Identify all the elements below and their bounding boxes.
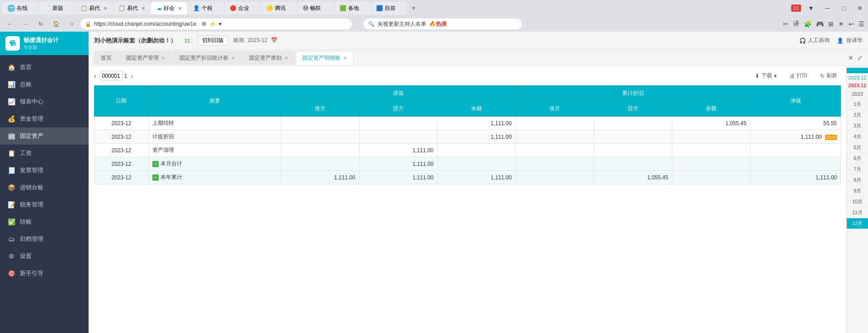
sidebar-item-payroll[interactable]: 📋 工资 [0,145,89,162]
home-icon: 🏠 [7,63,15,71]
closing-icon: ✅ [7,218,15,226]
tab-home[interactable]: 首页 [94,51,118,65]
period-month-jun[interactable]: 6月 [847,153,868,164]
user-avatar: 👤 [837,38,844,44]
period-month-1[interactable]: 2023 [847,89,868,99]
tab-close-depreciation[interactable]: ✕ [231,56,235,61]
prev-page-btn[interactable]: ‹ [94,72,96,80]
switch-version-btn[interactable]: 切到旧版 [198,35,228,46]
company-count: 11 [182,38,193,44]
browser-tab-11[interactable]: 🟦 目前 [371,2,407,14]
th-orig-balance: 余额 [437,101,515,117]
back-btn[interactable]: ← [4,18,16,30]
forward-btn[interactable]: → [19,18,32,30]
browser-tab-6[interactable]: 👤 个税 [188,2,224,14]
period-month-dec[interactable]: 12月 [847,218,868,229]
sidebar-item-tax[interactable]: 📝 税务管理 [0,196,89,213]
grid-icon[interactable]: ⊞ [828,20,834,28]
tab-close-5[interactable]: ✕ [178,6,182,11]
search-bar[interactable]: 🔍 央视更新主持人名单 🔥热搜 [363,19,522,29]
period-date-2[interactable]: 2023.12 [847,82,868,89]
browser-tab-2[interactable]: 📄 新版 [38,2,75,14]
print-icon: 🖨 [789,73,795,79]
period-month-oct[interactable]: 10月 [847,197,868,207]
browser-tab-10[interactable]: 🟩 各地 [334,2,370,14]
close-btn[interactable]: ✕ [854,2,866,14]
guide-icon: 🎯 [7,269,15,277]
period-month-jul[interactable]: 7月 [847,164,868,175]
period-header[interactable]: 期间选择 [847,68,868,73]
menu-icon[interactable]: ☰ [859,20,864,28]
period-month-nov[interactable]: 11月 [847,207,868,218]
reports-icon: 📈 [7,98,15,106]
tab-list-btn[interactable]: ▼ [805,2,817,14]
sidebar-item-ledger[interactable]: 📊 总账 [0,76,89,93]
sidebar-item-invoice[interactable]: 🧾 发票管理 [0,162,89,179]
bookmark-btn[interactable]: ☆ [65,18,78,30]
browser-tab-7[interactable]: 🔴 企业 [224,2,260,14]
sidebar-item-closing[interactable]: ✅ 结账 [0,213,89,230]
page-number-input[interactable] [100,71,123,81]
home-btn[interactable]: 🏠 [50,18,62,30]
sidebar-item-archive[interactable]: 🗂 归档管理 [0,230,89,248]
period-date-1[interactable]: 2023.12 [847,74,868,82]
minimize-btn[interactable]: ─ [821,2,834,14]
gamepad-icon[interactable]: 🎮 [816,20,824,28]
tab-close-detail-ledger[interactable]: ✕ [343,56,347,61]
browser-tab-8[interactable]: 🟡 腾讯 [261,2,297,14]
tab-close-3[interactable]: ✕ [104,6,107,11]
reload-btn[interactable]: ↻ [34,18,47,30]
tab-expand-icon[interactable]: ⤢ [857,54,863,61]
next-page-btn[interactable]: › [131,72,133,80]
extension-icon[interactable]: 🧩 [804,20,811,28]
table-row: 2023-12 计提折旧 1,111.00 1,111.00 [94,130,841,144]
search-text: 央视更新主持人名单 [377,20,426,28]
address-bar[interactable]: 🔒 https://cloud.chanjet.com/accounting/u… [80,19,352,29]
table-row: 2023-12 +本月合计 1,111.00 [94,157,841,171]
download-btn[interactable]: ⬇ 下载 ▾ [751,70,780,81]
period-month-feb[interactable]: 2月 [847,110,868,121]
undo-icon[interactable]: ↩ [849,20,854,28]
sidebar-item-reports[interactable]: 📈 报表中心 [0,93,89,110]
tab-close-4[interactable]: ✕ [142,6,145,11]
browser-tab-4[interactable]: 📋 易代 ✕ [113,2,151,14]
print-btn[interactable]: 🖨 打印 [786,70,811,81]
sidebar-item-settings[interactable]: ⚙ 设置 [0,248,89,265]
sidebar-item-fixed-assets[interactable]: 🏢 固定资产 [0,127,89,145]
help-btn[interactable]: 🎧 人工咨询 [799,37,830,44]
tab-close-all-icon[interactable]: ✕ [848,54,854,61]
sidebar-item-cashflow[interactable]: 💰 资金管理 [0,110,89,127]
new-tab-button[interactable]: + [407,2,420,14]
sidebar-item-guide[interactable]: 🎯 新手引导 [0,265,89,282]
scissors-icon[interactable]: ✂ [783,20,788,28]
tab-asset-category[interactable]: 固定资产类别 ✕ [242,51,295,65]
refresh-btn[interactable]: ↻ 刷新 [816,70,841,81]
tab-close-fixed-assets[interactable]: ✕ [161,56,165,61]
tab-close-category[interactable]: ✕ [284,56,288,61]
browser-tab-5[interactable]: ☁ 好会 ✕ [151,2,187,14]
headset-icon: 🎧 [799,38,806,44]
sidebar: 畅 畅捷通好会计 专业版 🏠 首页 📊 总账 📈 报表中心 💰 资金管理 [0,32,89,333]
browser-tab-9[interactable]: Ⓜ 畅联 [297,2,334,14]
translate-icon[interactable]: 译 [793,20,799,28]
brightness-icon[interactable]: ☀ [838,20,844,28]
period-month-mar[interactable]: 3月 [847,121,868,131]
period-month-jan[interactable]: 1月 [847,99,868,110]
sidebar-item-home[interactable]: 🏠 首页 [0,59,89,76]
app-container: 畅 畅捷通好会计 专业版 🏠 首页 📊 总账 📈 报表中心 💰 资金管理 [0,32,868,333]
browser-tab-3[interactable]: 📋 易代 ✕ [75,2,113,14]
maximize-btn[interactable]: □ [837,2,850,14]
invoice-icon: 🧾 [7,166,15,174]
tab-depreciation-stats[interactable]: 固定资产折旧统计表 ✕ [173,51,241,65]
tab-asset-detail-ledger[interactable]: 固定资产明细账 ✕ [296,51,354,65]
period-month-aug[interactable]: 8月 [847,175,868,186]
period-month-sep[interactable]: 9月 [847,186,868,197]
tab-fixed-assets-mgmt[interactable]: 固定资产管理 ✕ [119,51,172,65]
th-net-value: 净值 [750,86,841,117]
browser-tab-1[interactable]: 🌐 在线 [2,2,38,14]
user-info[interactable]: 👤 徐译华 [837,37,863,44]
period-month-apr[interactable]: 4月 [847,131,868,142]
sidebar-item-purchase-sales[interactable]: 📦 进销台账 [0,179,89,196]
purchase-sales-icon: 📦 [7,183,15,192]
period-month-may[interactable]: 5月 [847,142,868,153]
